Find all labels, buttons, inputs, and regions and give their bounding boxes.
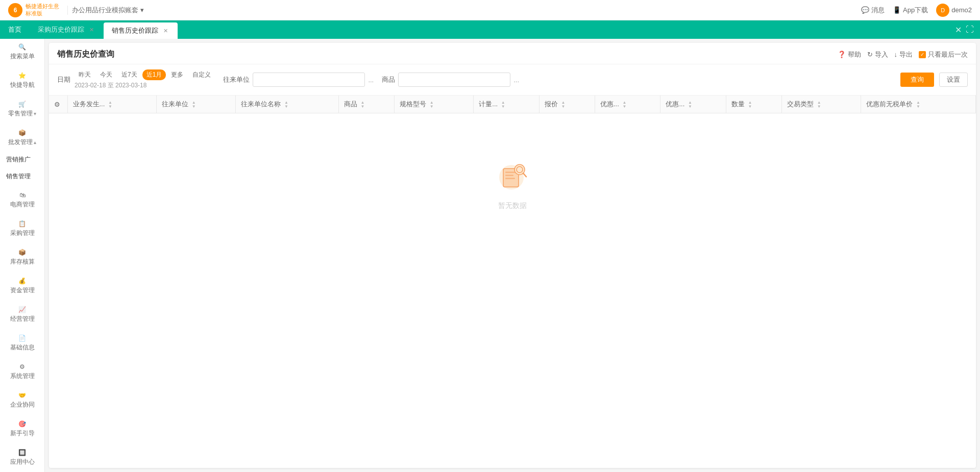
maximize-icon[interactable]: ⛶ <box>966 25 974 34</box>
table-header-pretax-price[interactable]: 优惠前无税单价 ▲▼ <box>861 96 976 113</box>
table-header-biz-date[interactable]: 业务发生... ▲▼ <box>67 96 157 113</box>
date-btn-custom[interactable]: 自定义 <box>188 69 215 80</box>
table-header-settings[interactable]: ⚙ <box>49 96 67 113</box>
top-bar-right: 💬 消息 📱 App下载 D demo2 <box>861 4 972 17</box>
sidebar-item-search[interactable]: 🔍 搜索菜单 <box>0 39 44 65</box>
page-header-actions: ❓ 帮助 ↻ 导入 ↓ 导出 ✓ 只看最后一次 <box>838 50 968 59</box>
settings-button[interactable]: 设置 <box>939 73 968 87</box>
sort-arrows-partner-name: ▲▼ <box>284 101 288 109</box>
tab-bar: 首页 采购历史价跟踪 ✕ 销售历史价跟踪 ✕ ✕ ⛶ <box>0 20 980 39</box>
sidebar-item-marketing[interactable]: 营销推广 <box>0 151 44 168</box>
product-dots-button[interactable]: ... <box>513 76 519 84</box>
empty-state: 暂无数据 <box>49 113 976 251</box>
sort-arrows-discount2: ▲▼ <box>688 101 692 109</box>
product-input[interactable] <box>398 73 510 87</box>
table-header-spec[interactable]: 规格型号 ▲▼ <box>395 96 474 113</box>
finance-icon: 💰 <box>18 277 26 285</box>
tab-purchase-history[interactable]: 采购历史价跟踪 ✕ <box>30 20 104 39</box>
ecommerce-icon: 🛍 <box>19 192 26 199</box>
top-bar: 6 畅捷通好生意 标准版 办公用品行业模拟账套 ▾ 💬 消息 📱 App下载 D… <box>0 0 980 20</box>
date-btn-more[interactable]: 更多 <box>167 69 187 80</box>
date-btn-today[interactable]: 今天 <box>96 69 116 80</box>
sidebar-item-purchase[interactable]: 📋 采购管理 <box>0 216 44 242</box>
svg-rect-3 <box>505 175 513 176</box>
query-button[interactable]: 查询 <box>900 73 934 87</box>
basic-info-icon: 📄 <box>18 335 26 342</box>
partner-input[interactable] <box>253 73 365 87</box>
table-header-price[interactable]: 报价 ▲▼ <box>539 96 595 113</box>
only-last-checkbox[interactable]: ✓ <box>919 51 926 58</box>
export-button[interactable]: ↓ 导出 <box>894 50 913 59</box>
sort-arrows-quantity: ▲▼ <box>748 101 752 109</box>
data-table: ⚙ 业务发生... ▲▼ 往来单位 ▲▼ 往来单位名称 <box>49 96 976 113</box>
sidebar-item-inventory[interactable]: 📦 库存核算 <box>0 244 44 271</box>
sort-arrows-biz-date: ▲▼ <box>108 101 112 109</box>
table-header-trade-type[interactable]: 交易类型 ▲▼ <box>782 96 861 113</box>
app-download-button[interactable]: 📱 App下载 <box>893 6 928 15</box>
message-icon: 💬 <box>861 6 869 14</box>
sidebar-item-cooperation[interactable]: 🤝 企业协同 <box>0 387 44 414</box>
date-btn-7days[interactable]: 近7天 <box>117 69 141 80</box>
table-header-quantity[interactable]: 数量 ▲▼ <box>726 96 781 113</box>
chevron-down-icon: ▾ <box>34 111 36 116</box>
sidebar: 🔍 搜索菜单 ⭐ 快捷导航 🛒 零售管理 ▾ 📦 批发管理 ▴ 营销推广 销售管… <box>0 39 45 472</box>
close-purchase-tab-icon[interactable]: ✕ <box>87 26 95 34</box>
close-window-icon[interactable]: ✕ <box>955 25 962 35</box>
page-title: 销售历史价查询 <box>57 49 114 60</box>
sort-arrows-trade-type: ▲▼ <box>817 101 821 109</box>
message-button[interactable]: 💬 消息 <box>861 6 885 15</box>
import-icon: ↻ <box>867 51 873 58</box>
date-filter-group: 日期 昨天 今天 近7天 近1月 更多 自定义 2023-02-18 至 202… <box>57 69 215 90</box>
sidebar-item-operations[interactable]: 📈 经营管理 <box>0 301 44 328</box>
sidebar-item-sales-mgmt[interactable]: 销售管理 <box>0 168 44 185</box>
tab-sales-history[interactable]: 销售历史价跟踪 ✕ <box>104 22 178 39</box>
sidebar-item-retail[interactable]: 🛒 零售管理 ▾ <box>0 96 44 123</box>
help-button[interactable]: ❓ 帮助 <box>838 50 861 59</box>
table-header-partner-code[interactable]: 往来单位 ▲▼ <box>157 96 236 113</box>
table-header-unit[interactable]: 计量... ▲▼ <box>474 96 539 113</box>
sidebar-item-ecommerce[interactable]: 🛍 电商管理 <box>0 187 44 214</box>
star-icon: ⭐ <box>18 72 26 79</box>
partner-filter-group: 往来单位 ... <box>223 73 374 87</box>
close-sales-tab-icon[interactable]: ✕ <box>161 27 169 35</box>
retail-icon: 🛒 <box>18 101 26 108</box>
table-header-partner-name[interactable]: 往来单位名称 ▲▼ <box>236 96 338 113</box>
empty-text: 暂无数据 <box>498 201 527 210</box>
logo-area: 6 畅捷通好生意 标准版 <box>8 3 59 17</box>
partner-dots-button[interactable]: ... <box>368 76 374 84</box>
main-layout: 🔍 搜索菜单 ⭐ 快捷导航 🛒 零售管理 ▾ 📦 批发管理 ▴ 营销推广 销售管… <box>0 39 980 472</box>
sort-arrows-pretax-price: ▲▼ <box>916 101 920 109</box>
sort-arrows-product: ▲▼ <box>360 101 364 109</box>
operations-icon: 📈 <box>18 306 26 313</box>
phone-icon: 📱 <box>893 6 901 14</box>
logo-icon: 6 <box>8 3 22 17</box>
empty-illustration <box>492 154 533 195</box>
export-icon: ↓ <box>894 51 898 58</box>
sidebar-item-guide[interactable]: 🎯 新手引导 <box>0 416 44 442</box>
only-last-checkbox-group: ✓ 只看最后一次 <box>919 50 968 59</box>
date-buttons-row: 昨天 今天 近7天 近1月 更多 自定义 <box>75 69 215 80</box>
sidebar-item-app-center[interactable]: 🔲 应用中心 <box>0 444 44 471</box>
app-selector[interactable]: 办公用品行业模拟账套 ▾ <box>67 6 148 15</box>
gear-icon: ⚙ <box>54 101 60 108</box>
table-container: ⚙ 业务发生... ▲▼ 往来单位 ▲▼ 往来单位名称 <box>49 96 976 468</box>
date-btn-yesterday[interactable]: 昨天 <box>75 69 95 80</box>
partner-label: 往来单位 <box>223 75 250 84</box>
tab-bar-actions: ✕ ⛶ <box>955 25 980 35</box>
sidebar-item-system[interactable]: ⚙ 系统管理 <box>0 359 44 385</box>
sidebar-item-shortcut[interactable]: ⭐ 快捷导航 <box>0 67 44 94</box>
table-header-discount1[interactable]: 优惠... ▲▼ <box>595 96 660 113</box>
sort-arrows-partner-code: ▲▼ <box>192 101 196 109</box>
sidebar-item-finance[interactable]: 💰 资金管理 <box>0 273 44 299</box>
date-range-text: 2023-02-18 至 2023-03-18 <box>75 81 215 90</box>
app-center-icon: 🔲 <box>18 449 26 456</box>
table-header-discount2[interactable]: 优惠... ▲▼ <box>660 96 726 113</box>
import-button[interactable]: ↻ 导入 <box>867 50 888 59</box>
user-menu[interactable]: D demo2 <box>936 4 972 17</box>
table-header-product[interactable]: 商品 ▲▼ <box>338 96 394 113</box>
sidebar-item-basic-info[interactable]: 📄 基础信息 <box>0 330 44 357</box>
date-btn-1month[interactable]: 近1月 <box>142 69 166 80</box>
tab-home[interactable]: 首页 <box>0 20 30 39</box>
sidebar-item-wholesale[interactable]: 📦 批发管理 ▴ <box>0 125 44 151</box>
date-label: 日期 <box>57 75 70 84</box>
